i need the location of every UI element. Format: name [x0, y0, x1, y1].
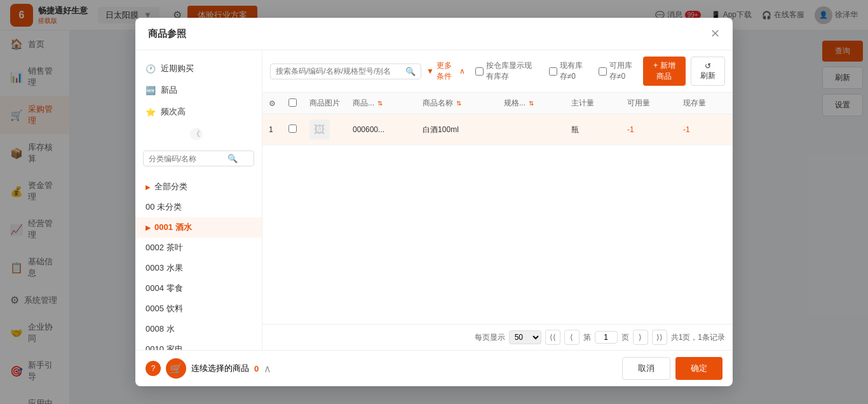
- category-0001[interactable]: ▶ 0001 酒水: [135, 217, 262, 238]
- modal-title: 商品参照: [148, 28, 186, 40]
- warehouse-filter-checkbox-row: 按仓库显示现有库存: [475, 60, 539, 82]
- cart-icon: 🛒: [170, 363, 182, 375]
- pagination: 每页显示 50 100 200 ⟨⟨ ⟨ 第 页 ⟩ ⟩⟩ 共1页，1条记录: [262, 324, 733, 350]
- available-nonzero-label: 可用库存≠0: [609, 60, 638, 82]
- category-0002[interactable]: 0002 茶叶: [135, 238, 262, 258]
- category-0008[interactable]: 0008 水: [135, 319, 262, 339]
- warehouse-checkbox-label: 按仓库显示现有库存: [486, 60, 539, 82]
- row-checkbox[interactable]: [288, 125, 297, 133]
- collapse-category-button[interactable]: 《: [190, 128, 203, 140]
- total-info: 共1页，1条记录: [671, 332, 725, 343]
- collapse-footer-icon[interactable]: ∧: [264, 363, 271, 375]
- select-all-checkbox[interactable]: [288, 98, 297, 107]
- category-00[interactable]: 00 未分类: [135, 197, 262, 217]
- category-0004[interactable]: 0004 零食: [135, 278, 262, 299]
- col-code-sort-icon: ⇅: [377, 100, 383, 107]
- product-lookup-modal: 商品参照 ✕ 🕐 近期购买 🆕 新品 ⭐ 频次高 《: [135, 18, 733, 386]
- selected-count: 0: [254, 364, 259, 374]
- category-0003-label: 0003 水果: [146, 262, 183, 274]
- available-nonzero-checkbox-row: 可用库存≠0: [599, 60, 638, 82]
- selected-info-label: 连续选择的商品: [191, 363, 249, 374]
- category-all[interactable]: ▶ 全部分类: [135, 177, 262, 197]
- col-available: 可用量: [621, 93, 677, 114]
- help-icon[interactable]: ?: [146, 361, 161, 376]
- prev-page-button[interactable]: ⟨: [564, 330, 580, 345]
- table-row[interactable]: 1 🖼 000600... 白酒100ml 瓶 -1 -1: [262, 114, 733, 145]
- stock-nonzero-checkbox[interactable]: [549, 67, 557, 76]
- stock-nonzero-checkbox-row: 现有库存≠0: [549, 60, 588, 82]
- category-search-box: 🔍: [143, 151, 254, 166]
- next-page-button[interactable]: ⟩: [633, 330, 648, 345]
- product-search-box: 🔍: [270, 64, 421, 79]
- category-0008-label: 0008 水: [146, 323, 175, 335]
- category-0001-arrow-icon: ▶: [146, 224, 151, 231]
- col-name-sort-icon: ⇅: [456, 100, 461, 107]
- modal-body: 🕐 近期购买 🆕 新品 ⭐ 频次高 《 🔍: [135, 50, 733, 350]
- product-table-container: ⚙ 商品图片 商品... ⇅ 商品名称 ⇅: [262, 93, 733, 324]
- table-header-row: ⚙ 商品图片 商品... ⇅ 商品名称 ⇅: [262, 93, 733, 114]
- add-product-button[interactable]: + 新增商品: [643, 57, 685, 86]
- available-nonzero-checkbox[interactable]: [599, 67, 607, 76]
- category-0003[interactable]: 0003 水果: [135, 258, 262, 278]
- product-image: 🖼: [309, 119, 330, 140]
- category-0010-label: 0010 家电: [146, 344, 183, 350]
- cart-icon-button[interactable]: 🛒: [166, 358, 186, 379]
- row-code: 000600...: [346, 114, 416, 145]
- row-name: 白酒100ml: [416, 114, 498, 145]
- filter-arrow-icon: ∧: [459, 67, 465, 76]
- modal-close-button[interactable]: ✕: [710, 27, 720, 41]
- recent-purchases-item[interactable]: 🕐 近期购买: [135, 58, 262, 79]
- modal-overlay: 商品参照 ✕ 🕐 近期购买 🆕 新品 ⭐ 频次高 《: [0, 0, 868, 404]
- modal-header: 商品参照 ✕: [135, 18, 733, 50]
- filter-icon: ▼: [426, 67, 434, 76]
- first-page-button[interactable]: ⟨⟨: [545, 330, 560, 345]
- row-img-cell: 🖼: [303, 114, 346, 145]
- cancel-button[interactable]: 取消: [622, 357, 670, 380]
- row-spec: [498, 114, 565, 145]
- last-page-button[interactable]: ⟩⟩: [652, 330, 667, 345]
- per-page-select[interactable]: 50 100 200: [509, 330, 541, 344]
- category-0010[interactable]: 0010 家电: [135, 339, 262, 350]
- category-search-input[interactable]: [149, 154, 225, 163]
- new-products-item[interactable]: 🆕 新品: [135, 79, 262, 101]
- refresh-table-button[interactable]: ↺ 刷新: [691, 57, 725, 86]
- category-panel: 🕐 近期购买 🆕 新品 ⭐ 频次高 《 🔍: [135, 50, 262, 350]
- recent-icon: 🕐: [146, 64, 156, 74]
- product-search-input[interactable]: [276, 67, 403, 76]
- page-input[interactable]: [595, 331, 618, 344]
- per-page-label: 每页显示: [475, 332, 505, 343]
- col-spec-sort-icon: ⇅: [529, 100, 534, 107]
- col-code-label: 商品...: [353, 98, 374, 107]
- col-settings[interactable]: ⚙: [262, 93, 282, 114]
- recent-label: 近期购买: [161, 63, 194, 74]
- filter-label: 更多条件: [437, 60, 457, 82]
- category-0001-label: 0001 酒水: [154, 222, 192, 233]
- page-suffix: 页: [621, 332, 629, 343]
- category-0005[interactable]: 0005 饮料: [135, 299, 262, 319]
- page-label: 第: [583, 332, 591, 343]
- category-search-icon[interactable]: 🔍: [227, 154, 238, 163]
- confirm-button[interactable]: 确定: [675, 357, 722, 380]
- row-available: -1: [621, 114, 677, 145]
- stock-nonzero-label: 现有库存≠0: [560, 60, 588, 82]
- frequent-items[interactable]: ⭐ 频次高: [135, 101, 262, 123]
- more-filters-button[interactable]: ▼ 更多条件 ∧: [426, 60, 465, 82]
- col-unit-label: 主计量: [571, 98, 594, 107]
- col-name-label: 商品名称: [423, 98, 453, 107]
- col-unit[interactable]: 主计量: [565, 93, 621, 114]
- col-product-code[interactable]: 商品... ⇅: [346, 93, 416, 114]
- col-checkbox: [282, 93, 303, 114]
- category-0004-label: 0004 零食: [146, 283, 183, 294]
- col-spec[interactable]: 规格... ⇅: [498, 93, 565, 114]
- product-table: ⚙ 商品图片 商品... ⇅ 商品名称 ⇅: [262, 93, 733, 145]
- product-search-icon[interactable]: 🔍: [405, 67, 416, 76]
- col-product-name[interactable]: 商品名称 ⇅: [416, 93, 498, 114]
- freq-label: 频次高: [161, 106, 186, 118]
- content-panel: 🔍 ▼ 更多条件 ∧ 按仓库显示现有库存 现有库存≠0: [262, 50, 733, 350]
- col-stock: 现存量: [677, 93, 733, 114]
- row-num: 1: [262, 114, 282, 145]
- new-icon: 🆕: [146, 86, 156, 95]
- toolbar-right: + 新增商品 ↺ 刷新: [643, 57, 725, 86]
- col-spec-label: 规格...: [504, 98, 526, 107]
- warehouse-checkbox[interactable]: [475, 67, 484, 76]
